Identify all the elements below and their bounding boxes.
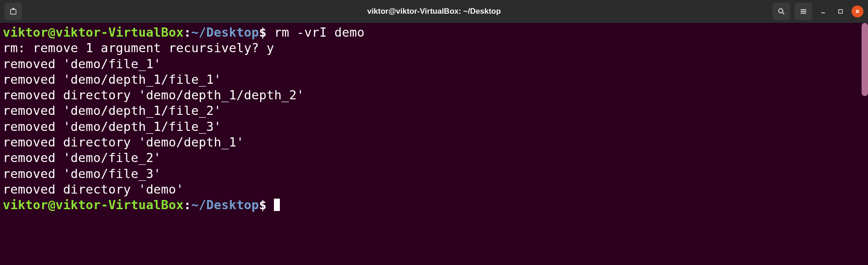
new-tab-button[interactable] bbox=[5, 3, 22, 20]
output-line: removed directory 'demo' bbox=[3, 182, 865, 197]
prompt-path: ~/Desktop bbox=[191, 25, 259, 39]
prompt-colon: : bbox=[184, 198, 191, 212]
prompt-symbol: $ bbox=[259, 25, 267, 39]
vertical-scrollbar[interactable] bbox=[862, 23, 868, 96]
output-line: removed 'demo/file_2' bbox=[3, 150, 865, 166]
svg-rect-0 bbox=[11, 10, 16, 15]
close-button[interactable] bbox=[852, 5, 863, 17]
prompt-line-1: viktor@viktor-VirtualBox:~/Desktop$ rm -… bbox=[3, 25, 865, 40]
window-titlebar: viktor@viktor-VirtualBox: ~/Desktop bbox=[0, 0, 868, 23]
output-line: rm: remove 1 argument recursively? y bbox=[3, 40, 865, 56]
maximize-button[interactable] bbox=[834, 5, 847, 18]
terminal-cursor bbox=[274, 199, 280, 211]
output-line: removed 'demo/depth_1/file_3' bbox=[3, 119, 865, 135]
prompt-user-host: viktor@viktor-VirtualBox bbox=[3, 198, 184, 212]
output-line: removed 'demo/file_1' bbox=[3, 56, 865, 72]
window-title: viktor@viktor-VirtualBox: ~/Desktop bbox=[367, 7, 501, 16]
svg-rect-2 bbox=[839, 10, 842, 13]
output-line: removed directory 'demo/depth_1/depth_2' bbox=[3, 87, 865, 103]
minimize-button[interactable] bbox=[817, 5, 830, 18]
titlebar-left-controls bbox=[5, 3, 22, 20]
prompt-path: ~/Desktop bbox=[191, 198, 259, 212]
prompt-line-2: viktor@viktor-VirtualBox:~/Desktop$ bbox=[3, 197, 865, 213]
prompt-user-host: viktor@viktor-VirtualBox bbox=[3, 25, 184, 39]
terminal-body[interactable]: viktor@viktor-VirtualBox:~/Desktop$ rm -… bbox=[0, 23, 868, 265]
output-line: removed 'demo/depth_1/file_2' bbox=[3, 103, 865, 119]
prompt-colon: : bbox=[184, 25, 191, 39]
prompt-symbol: $ bbox=[259, 198, 267, 212]
hamburger-menu-button[interactable] bbox=[795, 3, 812, 20]
search-button[interactable] bbox=[773, 3, 790, 20]
titlebar-right-controls bbox=[773, 3, 863, 20]
command-text: rm -vrI demo bbox=[267, 25, 365, 39]
output-line: removed 'demo/depth_1/file_1' bbox=[3, 72, 865, 87]
output-line: removed 'demo/file_3' bbox=[3, 166, 865, 182]
svg-point-1 bbox=[779, 9, 783, 13]
output-line: removed directory 'demo/depth_1' bbox=[3, 135, 865, 150]
